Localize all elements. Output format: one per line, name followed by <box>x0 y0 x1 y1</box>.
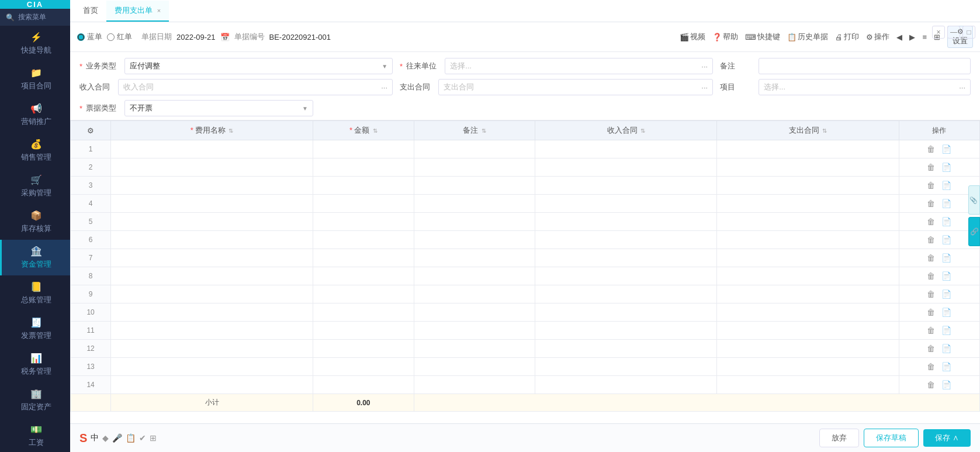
delete-row-8[interactable]: 🗑 <box>924 270 937 282</box>
expense-name-cell-13[interactable] <box>111 358 313 376</box>
footer-icon-1[interactable]: 中 <box>91 433 99 443</box>
income-contract-cell-8[interactable] <box>535 267 717 285</box>
tab-close-expense[interactable]: × <box>157 7 161 14</box>
invoice-type-input[interactable]: 不开票 ▼ <box>124 100 313 116</box>
expense-contract-cell-3[interactable] <box>717 177 899 195</box>
copy-row-6[interactable]: 📄 <box>939 234 954 246</box>
copy-row-11[interactable]: 📄 <box>939 325 954 336</box>
amount-cell-4[interactable] <box>313 195 414 213</box>
delete-row-4[interactable]: 🗑 <box>924 198 937 209</box>
sidebar-item-zijin[interactable]: 🏦资金管理 <box>0 240 70 275</box>
sidebar-item-shuiwu[interactable]: 📊税务管理 <box>0 347 70 382</box>
save-button[interactable]: 保存 ∧ <box>923 429 971 447</box>
income-contract-cell-6[interactable] <box>535 231 717 249</box>
print-btn[interactable]: 🖨 打印 <box>835 32 859 42</box>
amount-cell-14[interactable] <box>313 376 414 394</box>
expense-contract-cell-5[interactable] <box>717 213 899 231</box>
sidebar-item-xiangmu[interactable]: 📁项目合同 <box>0 61 70 97</box>
copy-row-8[interactable]: 📄 <box>939 270 954 282</box>
delete-row-6[interactable]: 🗑 <box>924 234 937 246</box>
shortcut-btn[interactable]: ⌨ 快捷键 <box>745 32 780 42</box>
copy-row-13[interactable]: 📄 <box>939 361 954 372</box>
income-contract-cell-10[interactable] <box>535 303 717 322</box>
copy-row-12[interactable]: 📄 <box>939 343 954 354</box>
col-settings[interactable]: ⚙ <box>71 121 111 140</box>
radio-red[interactable]: 红单 <box>107 32 132 42</box>
footer-icon-2[interactable]: ◆ <box>102 433 109 443</box>
expense-contract-cell-6[interactable] <box>717 231 899 249</box>
expense-name-cell-11[interactable] <box>111 322 313 340</box>
expense-name-cell-14[interactable] <box>111 376 313 394</box>
note-cell-1[interactable] <box>414 140 535 158</box>
sidebar-item-kucun[interactable]: 📦库存核算 <box>0 204 70 240</box>
amount-cell-3[interactable] <box>313 177 414 195</box>
partner-input[interactable]: 选择... ··· <box>445 58 713 74</box>
delete-row-2[interactable]: 🗑 <box>924 161 937 173</box>
expense-contract-cell-14[interactable] <box>717 376 899 394</box>
note-cell-2[interactable] <box>414 158 535 177</box>
amount-cell-13[interactable] <box>313 358 414 376</box>
delete-row-11[interactable]: 🗑 <box>924 325 937 336</box>
sort-icon-expense[interactable]: ⇅ <box>822 127 827 134</box>
amount-cell-12[interactable] <box>313 340 414 358</box>
ops-btn[interactable]: ⚙ 操作 <box>866 32 889 42</box>
note-cell-7[interactable] <box>414 249 535 267</box>
sidebar-item-kuaijie[interactable]: ⚡快捷导航 <box>0 26 70 61</box>
expense-name-cell-6[interactable] <box>111 231 313 249</box>
income-contract-cell-11[interactable] <box>535 322 717 340</box>
income-contract-cell-12[interactable] <box>535 340 717 358</box>
expense-contract-cell-1[interactable] <box>717 140 899 158</box>
expense-name-cell-12[interactable] <box>111 340 313 358</box>
window-max-btn[interactable]: □ <box>962 26 975 39</box>
help-btn[interactable]: ❓ 帮助 <box>712 32 738 42</box>
video-btn[interactable]: 🎬 视频 <box>680 32 705 42</box>
copy-row-3[interactable]: 📄 <box>939 180 954 191</box>
window-close-btn[interactable]: × <box>932 26 945 39</box>
expense-contract-input[interactable]: 支出合同 ··· <box>438 79 713 95</box>
amount-cell-11[interactable] <box>313 322 414 340</box>
note-cell-11[interactable] <box>414 322 535 340</box>
income-contract-cell-5[interactable] <box>535 213 717 231</box>
expense-name-cell-8[interactable] <box>111 267 313 285</box>
copy-row-2[interactable]: 📄 <box>939 161 954 173</box>
expense-contract-cell-12[interactable] <box>717 340 899 358</box>
copy-row-4[interactable]: 📄 <box>939 198 954 209</box>
copy-row-14[interactable]: 📄 <box>939 379 954 391</box>
amount-cell-7[interactable] <box>313 249 414 267</box>
history-btn[interactable]: 📋 历史单据 <box>787 32 828 42</box>
income-contract-cell-14[interactable] <box>535 376 717 394</box>
link-btn[interactable]: 🔗 <box>968 217 980 246</box>
note-cell-8[interactable] <box>414 267 535 285</box>
expense-contract-cell-10[interactable] <box>717 303 899 322</box>
delete-row-14[interactable]: 🗑 <box>924 379 937 391</box>
delete-row-13[interactable]: 🗑 <box>924 361 937 372</box>
income-contract-cell-2[interactable] <box>535 158 717 177</box>
amount-cell-6[interactable] <box>313 231 414 249</box>
window-min-btn[interactable]: — <box>947 26 960 39</box>
note-cell-9[interactable] <box>414 285 535 303</box>
delete-row-12[interactable]: 🗑 <box>924 343 937 354</box>
copy-row-10[interactable]: 📄 <box>939 306 954 318</box>
amount-cell-2[interactable] <box>313 158 414 177</box>
sidebar-search[interactable]: 🔍 搜索菜单 <box>0 9 70 26</box>
copy-row-5[interactable]: 📄 <box>939 216 954 227</box>
expense-contract-cell-11[interactable] <box>717 322 899 340</box>
note-cell-13[interactable] <box>414 358 535 376</box>
expense-name-cell-3[interactable] <box>111 177 313 195</box>
footer-icon-6[interactable]: ⊞ <box>150 433 157 443</box>
discard-button[interactable]: 放弃 <box>819 429 859 447</box>
income-contract-cell-13[interactable] <box>535 358 717 376</box>
settings-gear-icon[interactable]: ⚙ <box>87 126 94 135</box>
sort-icon[interactable]: ⇅ <box>228 127 233 134</box>
note-cell-10[interactable] <box>414 303 535 322</box>
sidebar-item-zhangmu[interactable]: 📒总账管理 <box>0 275 70 311</box>
expense-name-cell-2[interactable] <box>111 158 313 177</box>
expense-contract-cell-13[interactable] <box>717 358 899 376</box>
amount-cell-9[interactable] <box>313 285 414 303</box>
sidebar-item-fapiao[interactable]: 🧾发票管理 <box>0 311 70 347</box>
sort-icon-amount[interactable]: ⇅ <box>373 127 378 134</box>
delete-row-1[interactable]: 🗑 <box>924 143 937 155</box>
amount-cell-5[interactable] <box>313 213 414 231</box>
copy-row-1[interactable]: 📄 <box>939 143 954 155</box>
expense-contract-cell-4[interactable] <box>717 195 899 213</box>
